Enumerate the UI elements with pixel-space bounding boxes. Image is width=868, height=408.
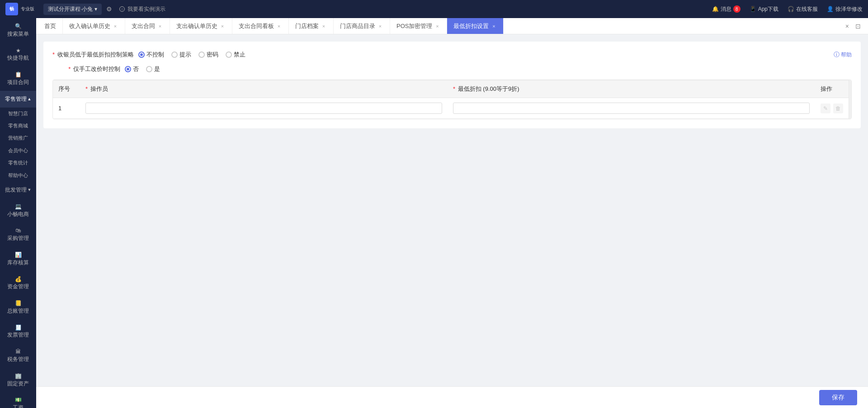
edit-row-btn[interactable]: ✎	[821, 103, 830, 113]
tab-expand-btn[interactable]: ⊡	[854, 22, 863, 31]
min-discount-input[interactable]	[453, 103, 810, 114]
tab-expense-board[interactable]: 支出合同看板 ×	[232, 18, 289, 34]
sidebar-label-tax: 税务管理	[7, 356, 29, 363]
table-scrollbar[interactable]	[849, 80, 851, 119]
tab-home[interactable]: 首页	[38, 18, 63, 34]
app-download-btn[interactable]: 📱 App下载	[750, 5, 778, 13]
user-name: 徐泽华修改	[835, 5, 863, 13]
strategy-password[interactable]: 密码	[198, 51, 218, 59]
project-selector[interactable]: 测试分开课程·小兔 ▾	[43, 4, 102, 15]
online-support-label: 在线客服	[796, 5, 818, 13]
tab-expense-contract[interactable]: 支出合同 ×	[125, 18, 170, 34]
cell-min-discount[interactable]	[448, 98, 815, 119]
tab-close-btn[interactable]: ×	[844, 22, 851, 31]
strategy-radio-group: 不控制 提示 密码 禁止	[138, 51, 245, 59]
ledger-icon: 📒	[15, 300, 22, 307]
help-circle-icon: ⓘ	[834, 51, 840, 59]
avatar-icon: 👤	[827, 6, 834, 12]
strategy-label: * 收银员低于最低折扣控制策略	[52, 51, 138, 59]
strategy-password-label: 密码	[207, 51, 218, 59]
user-menu[interactable]: 👤 徐泽华修改	[827, 5, 863, 13]
manual-no[interactable]: 否	[125, 65, 139, 73]
sidebar-item-finance[interactable]: 💰 资金管理	[0, 271, 36, 295]
radio-forbidden-circle	[226, 52, 232, 58]
tab-store-file-close[interactable]: ×	[321, 23, 327, 29]
strategy-prompt[interactable]: 提示	[171, 51, 191, 59]
tab-min-discount-close[interactable]: ×	[491, 23, 497, 29]
tab-min-discount[interactable]: 最低折扣设置 ×	[447, 18, 504, 34]
sidebar-item-search[interactable]: 🔍 搜索菜单	[0, 18, 36, 42]
tab-store-file[interactable]: 门店档案 ×	[289, 18, 334, 34]
sidebar-item-quicknav[interactable]: ★ 快捷导航	[0, 42, 36, 67]
sidebar-label-assets: 固定资产	[7, 380, 29, 388]
sidebar-item-invoice[interactable]: 🧾 发票管理	[0, 319, 36, 344]
required-mark-strategy: *	[52, 51, 55, 58]
save-button[interactable]: 保存	[819, 390, 857, 405]
chevron-down-icon: ▾	[94, 6, 97, 12]
tab-store-products[interactable]: 门店商品目录 ×	[334, 18, 390, 34]
tab-pos-encrypt-close[interactable]: ×	[434, 23, 440, 29]
strategy-no-control[interactable]: 不控制	[138, 51, 164, 59]
tab-income-history-label: 收入确认单历史	[69, 22, 110, 30]
online-support-btn[interactable]: 🎧 在线客服	[788, 5, 818, 13]
required-mark-operator: *	[85, 85, 88, 92]
manual-label: * 仅手工改价时控制	[52, 65, 125, 73]
sidebar-item-wholesale[interactable]: 批发管理 ▼	[0, 182, 36, 198]
operator-input[interactable]	[85, 103, 442, 114]
main-layout: 🔍 搜索菜单 ★ 快捷导航 📋 项目合同 零售管理 ▲ 智慧门店 零售商城 营销…	[0, 18, 868, 408]
salary-icon: 💵	[15, 396, 22, 404]
sidebar-item-purchase[interactable]: 🛍 采购管理	[0, 222, 36, 247]
manual-no-label: 否	[133, 65, 139, 73]
sidebar-item-assets[interactable]: 🏢 固定资产	[0, 368, 36, 392]
strategy-no-control-label: 不控制	[146, 51, 164, 59]
tab-expense-history[interactable]: 支出确认单历史 ×	[170, 18, 232, 34]
radio-no-control-circle	[138, 52, 145, 58]
sidebar-label-retail: 零售管理	[5, 95, 27, 103]
tab-expense-history-close[interactable]: ×	[219, 23, 226, 29]
tab-income-history[interactable]: 收入确认单历史 ×	[63, 18, 125, 34]
sidebar-item-mall[interactable]: 零售商城	[0, 120, 36, 132]
sidebar-item-retailstats[interactable]: 零售统计	[0, 157, 36, 169]
notifications-btn[interactable]: 🔔 消息 8	[712, 5, 741, 13]
sidebar-item-retail[interactable]: 零售管理 ▲	[0, 91, 36, 108]
sidebar-item-tax[interactable]: 🏛 税务管理	[0, 343, 36, 368]
col-header-min-discount: * 最低折扣 (9.00等于9折)	[448, 80, 815, 98]
sidebar-item-help[interactable]: 帮助中心	[0, 169, 36, 182]
cell-seq: 1	[53, 98, 80, 119]
app-download-label: App下载	[758, 5, 778, 13]
radio-manual-yes-circle	[146, 66, 152, 72]
tab-income-history-close[interactable]: ×	[112, 23, 118, 29]
tab-expense-contract-close[interactable]: ×	[157, 23, 163, 29]
row-actions: ✎ 🗑	[821, 103, 846, 113]
settings-form-card: ⓘ 帮助 * 收银员低于最低折扣控制策略 不控制	[43, 42, 861, 128]
manual-yes[interactable]: 是	[146, 65, 160, 73]
sidebar-item-ledger[interactable]: 📒 总账管理	[0, 295, 36, 319]
tab-store-products-close[interactable]: ×	[377, 23, 383, 29]
sidebar-item-member[interactable]: 会员中心	[0, 145, 36, 157]
help-link[interactable]: ⓘ 帮助	[834, 51, 852, 59]
star-icon: ★	[16, 47, 21, 55]
tax-icon: 🏛	[15, 348, 21, 356]
settings-icon[interactable]: ⚙	[106, 5, 112, 13]
finance-icon: 💰	[15, 276, 22, 283]
sidebar-item-inventory[interactable]: 📊 库存核算	[0, 247, 36, 271]
sidebar-item-ecom[interactable]: 💻 小畅电商	[0, 198, 36, 223]
tab-pos-encrypt[interactable]: POS加密管理 ×	[390, 18, 447, 34]
top-bar: 畅 专业版 测试分开课程·小兔 ▾ ⚙ ○ 我要看实例演示 🔔 消息 8 📱 A…	[0, 0, 868, 18]
tab-expense-board-close[interactable]: ×	[276, 23, 282, 29]
delete-row-btn[interactable]: 🗑	[833, 103, 843, 113]
strategy-forbidden[interactable]: 禁止	[226, 51, 245, 59]
tab-store-products-label: 门店商品目录	[340, 22, 375, 30]
notification-badge: 8	[733, 5, 741, 13]
sidebar-item-salary[interactable]: 💵 工资	[0, 392, 36, 408]
demo-text: 我要看实例演示	[127, 5, 165, 13]
demo-link[interactable]: ○ 我要看实例演示	[119, 5, 165, 13]
sidebar-label-finance: 资金管理	[7, 283, 29, 291]
tab-bar: 首页 收入确认单历史 × 支出合同 × 支出确认单历史 × 支出合同看板 × 门…	[36, 18, 868, 34]
sidebar-item-marketing[interactable]: 营销推广	[0, 132, 36, 144]
cell-operator[interactable]	[80, 98, 448, 119]
cell-action: ✎ 🗑	[815, 98, 851, 119]
sidebar-item-smartstore[interactable]: 智慧门店	[0, 108, 36, 120]
page-content: ⓘ 帮助 * 收银员低于最低折扣控制策略 不控制	[36, 34, 868, 386]
sidebar-item-contract[interactable]: 📋 项目合同	[0, 66, 36, 91]
